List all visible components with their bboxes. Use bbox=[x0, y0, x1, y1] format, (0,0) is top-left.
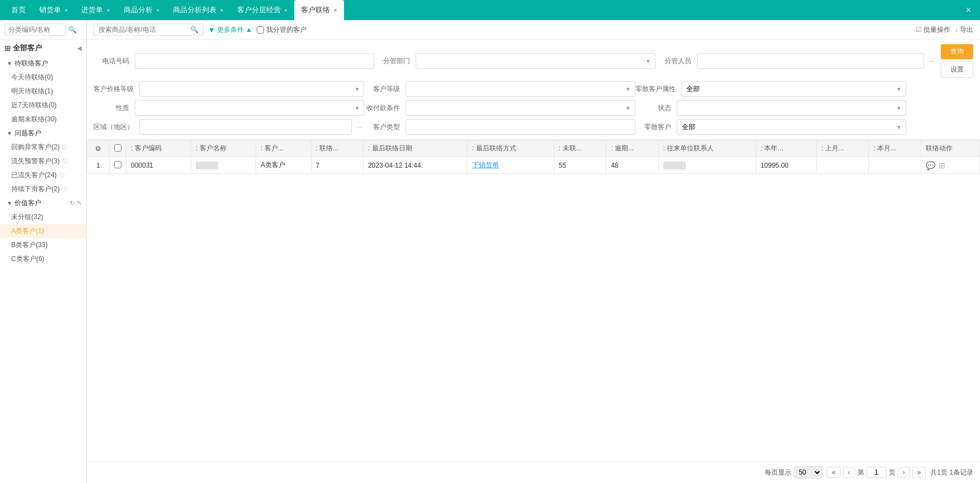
phone-label: 电话号码 bbox=[93, 56, 133, 66]
region-more-btn[interactable]: ··· bbox=[354, 123, 364, 131]
toolbar-search-icon[interactable]: 🔍 bbox=[190, 26, 199, 34]
table-header-row: ⚙ : 客户编码 : 客户名称 : 客户... bbox=[87, 140, 980, 157]
phone-input[interactable] bbox=[135, 53, 374, 69]
batch-op-btn[interactable]: ☑ 批量操作 bbox=[916, 25, 950, 35]
manager-label: 分管人员 bbox=[656, 56, 695, 66]
nature-select[interactable] bbox=[135, 100, 364, 116]
churn-warning-item[interactable]: 流失预警客户(3) ⓘ bbox=[0, 154, 86, 168]
nav-product-analysis[interactable]: 商品分析 × bbox=[117, 0, 166, 20]
a-class-item[interactable]: A类客户(1) bbox=[0, 224, 86, 238]
close-sales-tab[interactable]: × bbox=[64, 7, 68, 13]
manager-input[interactable] bbox=[697, 53, 924, 69]
next-page-btn[interactable]: › bbox=[898, 467, 910, 478]
customer-type-input[interactable] bbox=[406, 119, 635, 135]
region-input[interactable] bbox=[139, 119, 352, 135]
sidebar-search-input[interactable] bbox=[4, 23, 66, 36]
pending-contact-title[interactable]: ▼ 待联络客户 bbox=[0, 56, 86, 70]
row-checkbox[interactable] bbox=[114, 161, 121, 168]
nav-purchase[interactable]: 进货单 × bbox=[74, 0, 116, 20]
all-customers-header[interactable]: ⊞ 全部客户 ◀ bbox=[0, 40, 86, 56]
toolbar: 🔍 ▼ 更多条件 ▲ 我分管的客户 ☑ 批量操作 ↓ 导出 bbox=[87, 20, 980, 40]
my-customers-checkbox-wrap[interactable]: 我分管的客户 bbox=[257, 25, 307, 35]
region-label: 区域（地区） bbox=[93, 122, 137, 132]
abnormal-repurchase-item[interactable]: 回购异常客户(2) ⓘ bbox=[0, 140, 86, 154]
today-contact-item[interactable]: 今天待联络(0) bbox=[0, 70, 86, 84]
more-filter-btn[interactable]: ▼ 更多条件 ▲ bbox=[208, 25, 252, 35]
filter-status: 状态 ▼ bbox=[635, 100, 906, 116]
tomorrow-contact-item[interactable]: 明天待联络(1) bbox=[0, 84, 86, 98]
refresh-icon[interactable]: ↻ bbox=[70, 200, 75, 207]
b-class-item[interactable]: B类客户(33) bbox=[0, 238, 86, 252]
query-btn[interactable]: 查询 bbox=[941, 44, 973, 59]
retail-attr-label: 零散客户属性 bbox=[635, 84, 679, 94]
close-customer-segment-tab[interactable]: × bbox=[284, 7, 288, 13]
contact-method-link[interactable]: 下销货单 bbox=[472, 161, 499, 169]
declining-item[interactable]: 持续下滑客户(2) ⓘ bbox=[0, 182, 86, 196]
my-customers-checkbox[interactable] bbox=[257, 26, 264, 34]
value-customers-group: ▼ 价值客户 ↻ ✎ 未分组(32) A类客户(1) B类客户(33) C类客户… bbox=[0, 196, 86, 266]
chat-icon[interactable]: 💬 bbox=[926, 161, 935, 170]
status-wrap: ▼ bbox=[677, 100, 906, 116]
value-customers-title[interactable]: ▼ 价值客户 ↻ ✎ bbox=[0, 196, 86, 210]
sidebar-search-icon[interactable]: 🔍 bbox=[68, 26, 77, 34]
filter-row-4: 区域（地区） ··· 客户类型 零散客户 全部 ▼ bbox=[93, 119, 973, 135]
nav-sales[interactable]: 销货单 × bbox=[32, 0, 74, 20]
window-close-btn[interactable]: × bbox=[962, 5, 976, 15]
page-input[interactable] bbox=[866, 467, 887, 478]
col-settings[interactable]: ⚙ bbox=[87, 140, 110, 157]
nav-customer-contact[interactable]: 客户联络 × bbox=[294, 0, 343, 20]
value-arrow: ▼ bbox=[7, 200, 12, 206]
retail-attr-wrap: 全部 ▼ bbox=[681, 81, 906, 97]
edit-icon[interactable]: ✎ bbox=[77, 200, 82, 207]
setting-btn[interactable]: 设置 bbox=[941, 61, 973, 78]
info-icon-1: ⓘ bbox=[62, 144, 68, 151]
info-icon-4: ⓘ bbox=[62, 186, 68, 193]
cell-action: 💬 ⊞ bbox=[921, 157, 979, 174]
col-last-month: : 上月... bbox=[817, 140, 869, 157]
close-purchase-tab[interactable]: × bbox=[106, 7, 110, 13]
export-btn[interactable]: ↓ 导出 bbox=[955, 25, 973, 35]
status-select[interactable] bbox=[677, 100, 906, 116]
data-table: ⚙ : 客户编码 : 客户名称 : 客户... bbox=[87, 140, 980, 174]
retail-wrap: 全部 ▼ bbox=[677, 119, 906, 135]
week-contact-item[interactable]: 近7天待联络(0) bbox=[0, 98, 86, 112]
nav-customer-segment[interactable]: 客户分层经营 × bbox=[230, 0, 294, 20]
payment-select[interactable] bbox=[406, 100, 635, 116]
cell-name: Ea bbox=[191, 157, 256, 174]
page-size-select[interactable]: 50 100 200 bbox=[794, 466, 822, 479]
last-page-btn[interactable]: » bbox=[912, 467, 926, 478]
toolbar-search-area: 🔍 bbox=[93, 23, 204, 36]
nav-product-analysis-list[interactable]: 商品分析列表 × bbox=[166, 0, 230, 20]
table-container: ⚙ : 客户编码 : 客户名称 : 客户... bbox=[87, 140, 980, 461]
nav-home[interactable]: 首页 bbox=[4, 0, 32, 20]
overdue-contact-item[interactable]: 逾期未联络(30) bbox=[0, 112, 86, 126]
toolbar-search-input[interactable] bbox=[98, 26, 188, 34]
cell-this-month bbox=[869, 157, 921, 174]
close-product-analysis-tab[interactable]: × bbox=[156, 7, 159, 13]
retail-select[interactable]: 全部 bbox=[677, 119, 906, 135]
filter-row-3: 性质 ▼ 收付款条件 ▼ 状态 bbox=[93, 100, 973, 116]
price-level-select[interactable] bbox=[139, 81, 364, 97]
dept-select[interactable] bbox=[416, 53, 655, 69]
manager-more-btn[interactable]: ··· bbox=[926, 57, 936, 65]
main-layout: 🔍 ⊞ 全部客户 ◀ ▼ 待联络客户 今天待联络(0) 明天待联络(1) 近7天… bbox=[0, 20, 980, 483]
grid-action-icon[interactable]: ⊞ bbox=[939, 161, 945, 170]
close-customer-contact-tab[interactable]: × bbox=[333, 7, 337, 13]
close-product-list-tab[interactable]: × bbox=[220, 7, 223, 13]
problem-customers-title[interactable]: ▼ 问题客户 bbox=[0, 126, 86, 140]
info-icon-3: ⓘ bbox=[59, 172, 64, 179]
prev-page-btn[interactable]: ‹ bbox=[843, 467, 855, 478]
cell-last-contact-method: 下销货单 bbox=[468, 157, 554, 174]
c-class-item[interactable]: C类客户(6) bbox=[0, 252, 86, 266]
unclassified-item[interactable]: 未分组(32) bbox=[0, 210, 86, 224]
filter-phone: 电话号码 bbox=[93, 53, 374, 69]
top-nav: 首页 销货单 × 进货单 × 商品分析 × 商品分析列表 × 客户分层经营 × … bbox=[0, 0, 980, 20]
header-checkbox[interactable] bbox=[114, 144, 121, 151]
filter-retail-attr: 零散客户属性 全部 ▼ bbox=[635, 81, 906, 97]
churned-item[interactable]: 已流失客户(24) ⓘ bbox=[0, 168, 86, 182]
export-icon: ↓ bbox=[955, 26, 958, 34]
retail-attr-select[interactable]: 全部 bbox=[681, 81, 906, 97]
first-page-btn[interactable]: « bbox=[827, 467, 841, 478]
filter-icon: ▼ bbox=[208, 26, 215, 34]
customer-level-select[interactable] bbox=[406, 81, 635, 97]
